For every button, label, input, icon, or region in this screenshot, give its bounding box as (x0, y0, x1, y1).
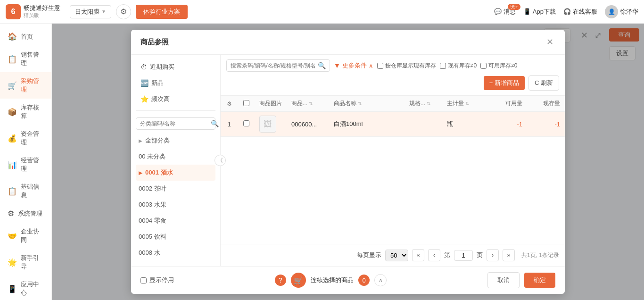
col-unit-header[interactable]: 主计量 (442, 96, 480, 112)
category-search-input[interactable] (140, 120, 211, 127)
operations-icon: 📊 (8, 160, 17, 169)
sidebar-item-guide[interactable]: 🌟 新手引导 (0, 249, 51, 275)
service-item[interactable]: 🎧 在线客服 (563, 8, 597, 16)
store-name: 日太阳膜 (75, 8, 99, 16)
system-icon: ⚙ (8, 209, 14, 218)
topbar-right: 💬 消息 99+ 📱 App下载 🎧 在线客服 👤 徐泽华 (494, 5, 638, 18)
category-0001[interactable]: ▶ 0001 酒水 (136, 165, 215, 181)
category-search-icon[interactable]: 🔍 (211, 120, 219, 127)
category-0004-label: 0004 零食 (139, 217, 166, 225)
col-code-header[interactable]: 商品... (287, 96, 329, 112)
help-icon[interactable]: ? (275, 275, 286, 286)
topbar: 6 畅捷通好生意 猎员版 日太阳膜 ▼ ⚙ 体验行业方案 💬 消息 99+ 📱 … (0, 0, 644, 24)
show-disabled-label[interactable]: 显示停用 (140, 276, 174, 284)
store-arrow-icon: ▼ (101, 9, 106, 14)
page-info: 共1页, 1条记录 (521, 251, 559, 259)
filter-label: 更多条件 (342, 61, 367, 70)
filter-icon: ▼ (334, 62, 340, 69)
tab-frequent[interactable]: ⭐ 频次高 (136, 92, 215, 107)
add-product-button[interactable]: + 新增商品 (484, 76, 525, 90)
first-page-button[interactable]: « (412, 249, 424, 261)
more-filter-button[interactable]: ▼ 更多条件 ∧ (334, 61, 373, 70)
sidebar-label-sales: 销售管理 (21, 50, 44, 67)
last-page-button[interactable]: » (503, 249, 515, 261)
message-badge: 99+ (508, 4, 520, 10)
row-checkbox[interactable] (243, 120, 249, 126)
checkbox-warehouse-stock-input[interactable] (377, 63, 383, 69)
messages-item[interactable]: 💬 消息 99+ (494, 8, 516, 16)
footer-center: ? 🛒 连续选择的商品 0 ∧ (275, 273, 387, 288)
table-row[interactable]: 1 🖼 000600... 白酒100ml (221, 112, 565, 137)
logo-text: 畅捷通好生意 (24, 4, 60, 12)
checkbox-warehouse-stock[interactable]: 按仓库显示现有库存 (377, 62, 436, 70)
category-0002-label: 0002 茶叶 (139, 184, 166, 193)
triangle-icon: ▶ (139, 170, 142, 175)
checkbox-available-label: 可用库存≠0 (488, 62, 517, 70)
page-number-input[interactable] (454, 250, 473, 261)
toolbar: 🔍 ▼ 更多条件 ∧ 按仓库显示现有库存 (221, 55, 565, 96)
sidebar-item-system[interactable]: ⚙ 系统管理 (0, 204, 51, 223)
select-all-checkbox[interactable] (243, 100, 249, 106)
category-0010[interactable]: 0010 家电 (136, 261, 215, 261)
tab-new-products[interactable]: 🆕 新品 (136, 75, 215, 91)
try-solution-button[interactable]: 体验行业方案 (136, 5, 188, 19)
category-0003[interactable]: 0003 水果 (136, 197, 215, 213)
sidebar-item-operations[interactable]: 📊 经营管理 (0, 151, 51, 178)
divider (136, 110, 215, 111)
user-item[interactable]: 👤 徐泽华 (605, 5, 638, 18)
new-icon: 🆕 (140, 79, 149, 87)
sidebar-item-purchase[interactable]: 🛒 采购管理 (0, 72, 51, 99)
checkbox-available-stock[interactable]: 可用库存≠0 (480, 62, 517, 70)
col-spec-header[interactable]: 规格... (405, 96, 442, 112)
refresh-button[interactable]: C 刷新 (528, 75, 559, 91)
col-name-header[interactable]: 商品名称 (329, 96, 405, 112)
category-0008[interactable]: 0008 水 (136, 245, 215, 261)
sidebar-label-finance: 资金管理 (21, 130, 44, 147)
checkbox-available-stock-input[interactable] (480, 63, 487, 69)
mobile-icon: 📱 (523, 8, 531, 15)
store-selector[interactable]: 日太阳膜 ▼ (70, 5, 111, 18)
product-search-icon[interactable]: 🔍 (318, 62, 326, 69)
left-panel: ⏱ 近期购买 🆕 新品 ⭐ 频次高 (131, 55, 221, 266)
col-settings[interactable]: ⚙ (221, 96, 238, 112)
modal-overlay: 商品参照 ✕ ⏱ 近期购买 🆕 (52, 24, 644, 300)
row-image: 🖼 (255, 112, 287, 137)
sidebar-item-inventory[interactable]: 📦 库存核算 (0, 99, 51, 125)
page-word2: 页 (477, 251, 483, 259)
sidebar-item-apps[interactable]: 📱 应用中心 (0, 275, 51, 300)
category-0002[interactable]: 0002 茶叶 (136, 181, 215, 197)
cart-icon[interactable]: 🛒 (291, 273, 306, 288)
category-all[interactable]: ▶ 全部分类 (136, 133, 215, 149)
checkbox-current-stock[interactable]: 现有库存≠0 (440, 62, 477, 70)
sidebar-item-finance[interactable]: 💰 资金管理 (0, 125, 51, 151)
category-00[interactable]: 00 未分类 (136, 149, 215, 165)
confirm-button[interactable]: 确定 (524, 273, 555, 288)
settings-icon[interactable]: ⚙ (116, 4, 131, 19)
row-checkbox-cell[interactable] (238, 112, 255, 137)
app-download-item[interactable]: 📱 App下载 (523, 8, 556, 16)
show-disabled-text: 显示停用 (149, 276, 174, 284)
sidebar-item-home[interactable]: 🏠 首页 (0, 27, 51, 46)
main-layout: 🏠 首页 📋 销售管理 🛒 采购管理 📦 库存核算 💰 资金管理 📊 经营管理 … (0, 24, 644, 300)
page-size-select[interactable]: 50 (385, 250, 408, 261)
modal-footer: 显示停用 ? 🛒 连续选择的商品 0 ∧ 取消 确定 (131, 266, 565, 294)
category-0005[interactable]: 0005 饮料 (136, 229, 215, 245)
toolbar-right: + 新增商品 C 刷新 (484, 75, 559, 91)
collapse-panel-button[interactable]: 《 (215, 155, 226, 166)
prev-page-button[interactable]: ‹ (428, 249, 440, 261)
sidebar-label-system: 系统管理 (18, 209, 42, 218)
apps-icon: 📱 (8, 284, 17, 293)
cancel-button[interactable]: 取消 (487, 272, 520, 288)
product-search-input[interactable] (231, 62, 318, 69)
modal-close-button[interactable]: ✕ (544, 36, 555, 48)
sidebar-item-sales[interactable]: 📋 销售管理 (0, 46, 51, 72)
next-page-button[interactable]: › (487, 249, 499, 261)
sidebar-item-basic[interactable]: 📋 基础信息 (0, 178, 51, 204)
tab-recent-purchase[interactable]: ⏱ 近期购买 (136, 59, 215, 75)
sidebar-item-collab[interactable]: 🤝 企业协同 (0, 223, 51, 249)
checkbox-current-stock-input[interactable] (440, 63, 446, 69)
service-label: 在线客服 (573, 8, 597, 16)
collapse-footer-button[interactable]: ∧ (374, 274, 387, 286)
show-disabled-checkbox[interactable] (140, 277, 147, 283)
category-0004[interactable]: 0004 零食 (136, 213, 215, 229)
